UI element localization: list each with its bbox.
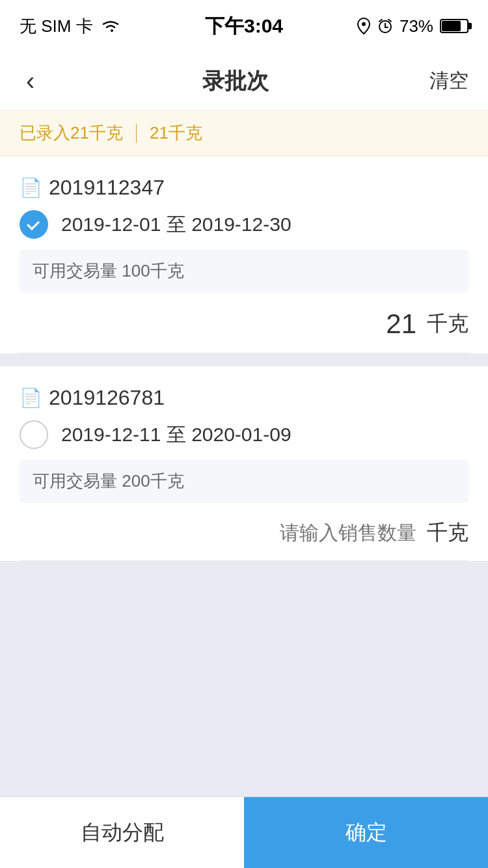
item-1-amount: 21 bbox=[386, 308, 416, 340]
alarm-icon bbox=[377, 18, 393, 34]
battery-icon bbox=[440, 19, 468, 33]
item-1-id: 2019112347 bbox=[49, 176, 165, 200]
item-card-2: 📄 2019126781 2019-12-11 至 2020-01-09 可用交… bbox=[0, 366, 488, 561]
bottom-bar: 自动分配 确定 bbox=[0, 796, 488, 868]
info-banner: 已录入21千克 21千克 bbox=[0, 111, 488, 156]
quantity-input[interactable] bbox=[169, 522, 416, 544]
clear-button[interactable]: 清空 bbox=[429, 68, 468, 94]
status-time: 下午3:04 bbox=[205, 13, 283, 40]
item-2-doc-icon: 📄 bbox=[20, 387, 42, 409]
already-recorded-label: 已录入21千克 bbox=[20, 122, 123, 144]
item-2-radio[interactable] bbox=[20, 420, 48, 449]
item-2-unit: 千克 bbox=[427, 519, 468, 547]
item-1-date-row[interactable]: 2019-12-01 至 2019-12-30 bbox=[20, 210, 468, 239]
nav-bar: ‹ 录批次 清空 bbox=[0, 52, 488, 111]
item-1-amount-row: 21 千克 bbox=[20, 293, 468, 353]
status-right: 73% bbox=[357, 16, 468, 36]
main-content: 📄 2019112347 2019-12-01 至 2019-12-30 可用交… bbox=[0, 156, 488, 842]
item-1-doc-icon: 📄 bbox=[20, 177, 42, 198]
status-bar: 无 SIM 卡 下午3:04 73% bbox=[0, 0, 488, 52]
item-1-radio[interactable] bbox=[20, 210, 48, 239]
item-2-date: 2019-12-11 至 2020-01-09 bbox=[61, 422, 291, 448]
page-title: 录批次 bbox=[202, 66, 269, 96]
item-2-id: 2019126781 bbox=[49, 386, 165, 410]
battery-text: 73% bbox=[400, 16, 433, 36]
info-divider bbox=[136, 124, 137, 143]
status-left: 无 SIM 卡 bbox=[20, 15, 120, 38]
item-1-avail: 可用交易量 100千克 bbox=[20, 249, 468, 293]
item-1-unit: 千克 bbox=[427, 310, 468, 338]
item-2-input-row[interactable]: 千克 bbox=[20, 503, 468, 561]
card-separator bbox=[0, 353, 488, 366]
item-1-date: 2019-12-01 至 2019-12-30 bbox=[61, 211, 291, 238]
auto-distribute-button[interactable]: 自动分配 bbox=[0, 797, 244, 868]
item-2-header: 📄 2019126781 bbox=[20, 386, 468, 410]
back-button[interactable]: ‹ bbox=[20, 60, 41, 102]
location-icon bbox=[357, 18, 371, 34]
recorded-value: 21千克 bbox=[150, 122, 202, 144]
carrier-text: 无 SIM 卡 bbox=[20, 15, 93, 38]
item-1-header: 📄 2019112347 bbox=[20, 176, 468, 200]
svg-point-0 bbox=[362, 22, 366, 26]
item-card-1: 📄 2019112347 2019-12-01 至 2019-12-30 可用交… bbox=[0, 156, 488, 353]
confirm-button[interactable]: 确定 bbox=[244, 797, 488, 868]
item-2-avail: 可用交易量 200千克 bbox=[20, 459, 468, 503]
wifi-icon bbox=[101, 19, 120, 33]
item-2-date-row[interactable]: 2019-12-11 至 2020-01-09 bbox=[20, 420, 468, 449]
